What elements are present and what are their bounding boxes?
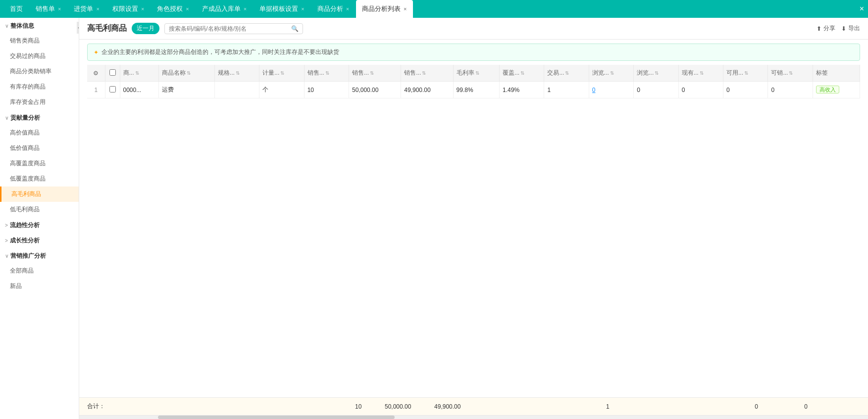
total-trade: 1 (563, 403, 613, 410)
export-button[interactable]: ⬇ 导出 (841, 24, 860, 33)
total-sale-profit: 49,900.00 (414, 403, 463, 410)
row-browse1[interactable]: 0 (589, 82, 633, 98)
content-header: 高毛利商品 近一月 🔍 ⬆ 分享 ⬇ 导出 (79, 18, 868, 40)
footer-total: 合计： 10 50,000.00 49,900.00 1 0 0 (79, 397, 868, 415)
nav-tab-单据模板设置[interactable]: 单据模板设置× (254, 0, 310, 18)
sidebar-item-0-1[interactable]: 交易过的商品 (0, 48, 79, 64)
col-header-browse2[interactable]: 浏览...⇅ (634, 65, 678, 82)
col-header-trade[interactable]: 交易...⇅ (544, 65, 589, 82)
sidebar-group-label-3: 成长性分析 (10, 236, 40, 245)
select-all-checkbox[interactable] (109, 69, 116, 76)
info-icon: ✦ (94, 49, 99, 56)
search-input[interactable] (169, 25, 288, 32)
col-header-grossRate[interactable]: 毛利率⇅ (453, 65, 500, 82)
sidebar-group-2[interactable]: >流趋性分析 (0, 217, 79, 233)
sidebar-item-1-2[interactable]: 高覆盖度商品 (0, 156, 79, 171)
main-layout: << ∨整体信息销售类商品交易过的商品商品分类助销率有库存的商品库存资金占用∨贡… (0, 18, 868, 419)
col-header-checkbox (105, 65, 120, 82)
sidebar-item-4-0[interactable]: 全部商品 (0, 263, 79, 279)
row-trade: 1 (544, 82, 589, 98)
total-spacer-1 (117, 403, 166, 410)
close-all-button[interactable]: × (860, 4, 864, 13)
sidebar-item-1-5[interactable]: 低毛利商品 (0, 202, 79, 217)
sidebar-item-0-0[interactable]: 销售类商品 (0, 33, 79, 48)
sort-icon-saleAmount: ⇅ (370, 70, 374, 76)
sidebar-item-0-3[interactable]: 有库存的商品 (0, 79, 79, 94)
col-header-browse1[interactable]: 浏览...⇅ (589, 65, 633, 82)
tab-close-商品分析列表[interactable]: × (404, 6, 407, 12)
tab-close-角色授权[interactable]: × (186, 6, 189, 12)
sidebar-item-1-1[interactable]: 低价值商品 (0, 140, 79, 156)
row-browse2: 0 (634, 82, 678, 98)
total-label: 合计： (87, 402, 117, 411)
sidebar-group-4[interactable]: ∨营销推广分析 (0, 248, 79, 263)
col-header-saleProfit[interactable]: 销售...⇅ (401, 65, 453, 82)
tab-close-进货单[interactable]: × (96, 6, 99, 12)
sidebar-item-1-4[interactable]: 高毛利商品 (0, 186, 79, 202)
col-header-saleQty[interactable]: 销售...⇅ (304, 65, 349, 82)
share-button[interactable]: ⬆ 分享 (817, 24, 835, 33)
row-sale-amount: 50,000.00 (349, 82, 401, 98)
content-area: 高毛利商品 近一月 🔍 ⬆ 分享 ⬇ 导出 ✦ 企业的主要的利润都是这部分商品创… (79, 18, 868, 419)
tab-close-产成品入库单[interactable]: × (244, 6, 247, 12)
sidebar-group-label-2: 流趋性分析 (10, 221, 40, 230)
row-sale-qty: 10 (304, 82, 349, 98)
row-usable: 0 (723, 82, 768, 98)
row-code: 0000... (120, 82, 159, 98)
time-filter-button[interactable]: 近一月 (132, 23, 159, 34)
nav-tab-权限设置[interactable]: 权限设置× (106, 0, 150, 18)
sidebar-item-4-1[interactable]: 新品 (0, 279, 79, 294)
tab-close-单据模板设置[interactable]: × (301, 6, 304, 12)
info-banner: ✦ 企业的主要的利润都是这部分商品创造的，可考虑加大推广，同时关注库存是不要出现… (87, 44, 860, 61)
bottom-scrollbar[interactable] (79, 415, 868, 419)
sort-icon-trade: ⇅ (565, 70, 569, 76)
col-header-code[interactable]: 商...⇅ (120, 65, 159, 82)
sidebar-group-label-1: 贡献量分析 (10, 114, 40, 122)
tab-close-商品分析[interactable]: × (346, 6, 349, 12)
sidebar-item-1-3[interactable]: 低覆盖度商品 (0, 171, 79, 186)
total-spacer-6 (513, 403, 563, 410)
col-header-usable[interactable]: 可用...⇅ (723, 65, 768, 82)
col-header-spec[interactable]: 规格...⇅ (214, 65, 259, 82)
nav-tab-角色授权[interactable]: 角色授权× (151, 0, 195, 18)
tab-close-权限设置[interactable]: × (141, 6, 144, 12)
sidebar-collapse-button[interactable]: << (77, 22, 79, 34)
search-icon[interactable]: 🔍 (291, 25, 299, 32)
nav-tab-首页[interactable]: 首页 (4, 0, 29, 18)
sort-icon-saleQty: ⇅ (325, 70, 329, 76)
total-spacer-5 (463, 403, 513, 410)
nav-tab-销售单[interactable]: 销售单× (30, 0, 67, 18)
tab-close-销售单[interactable]: × (58, 6, 61, 12)
sidebar-item-0-2[interactable]: 商品分类助销率 (0, 64, 79, 79)
nav-tab-进货单[interactable]: 进货单× (68, 0, 105, 18)
sort-icon-usable: ⇅ (744, 70, 748, 76)
total-browse2 (662, 403, 712, 410)
sidebar-group-arrow-1: ∨ (5, 115, 8, 121)
nav-tab-产成品入库单[interactable]: 产成品入库单× (196, 0, 253, 18)
sort-icon-browse2: ⇅ (655, 70, 659, 76)
row-select-checkbox[interactable] (109, 86, 116, 93)
col-header-coverage[interactable]: 覆盖...⇅ (500, 65, 544, 82)
table-row: 10000...运费个1050,000.0049,900.0099.8%1.49… (87, 82, 860, 98)
sidebar-group-1[interactable]: ∨贡献量分析 (0, 110, 79, 125)
sidebar-item-0-4[interactable]: 库存资金占用 (0, 94, 79, 110)
nav-tab-商品分析[interactable]: 商品分析× (311, 0, 355, 18)
sidebar-group-3[interactable]: >成长性分析 (0, 233, 79, 248)
sort-icon-spec: ⇅ (236, 70, 240, 76)
sidebar-group-0[interactable]: ∨整体信息 (0, 18, 79, 33)
total-usable: 0 (761, 403, 811, 410)
header-actions: ⬆ 分享 ⬇ 导出 (817, 24, 860, 33)
row-spec (214, 82, 259, 98)
col-header-name[interactable]: 商品名称⇅ (159, 65, 215, 82)
nav-tab-商品分析列表[interactable]: 商品分析列表× (356, 0, 412, 18)
sidebar-item-1-0[interactable]: 高价值商品 (0, 125, 79, 140)
col-header-current[interactable]: 现有...⇅ (678, 65, 723, 82)
sidebar-group-label-4: 营销推广分析 (10, 252, 46, 260)
settings-icon[interactable]: ⚙ (93, 70, 99, 77)
col-header-unit[interactable]: 计量...⇅ (259, 65, 304, 82)
row-browse1-link[interactable]: 0 (592, 87, 596, 93)
col-header-saleAmount[interactable]: 销售...⇅ (349, 65, 401, 82)
row-gross-rate: 99.8% (453, 82, 500, 98)
col-header-saleable[interactable]: 可销...⇅ (768, 65, 813, 82)
row-checkbox[interactable] (105, 82, 120, 98)
